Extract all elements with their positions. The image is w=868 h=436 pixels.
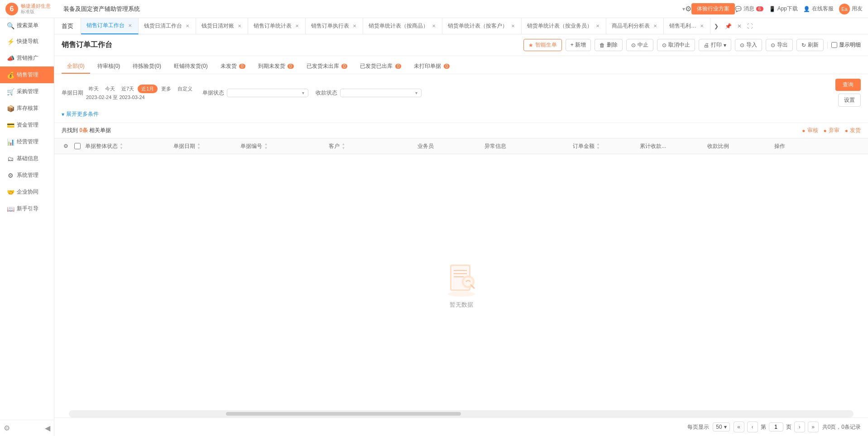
import-button[interactable]: ⊙ 导入 (735, 39, 762, 51)
show-detail-checkbox[interactable] (831, 42, 837, 48)
filter-tab-not-printed[interactable]: 未打印单据 0 (408, 60, 455, 74)
tab-close-margin-analysis[interactable]: ✕ (652, 23, 658, 29)
refresh-button[interactable]: ↻ 刷新 (796, 39, 824, 51)
sidebar-item-operation[interactable]: 📊 经营管理 (0, 133, 54, 150)
sidebar-item-enterprise[interactable]: 🤝 企业协同 (0, 184, 54, 200)
filter-tab-not-shipped[interactable]: 未发货 0 (215, 60, 251, 74)
tab-close-sales-stats[interactable]: ✕ (294, 23, 300, 29)
date-yesterday[interactable]: 昨天 (86, 85, 101, 93)
message-action[interactable]: 💬 消息 6 (735, 5, 763, 13)
tab-cash-daily[interactable]: 钱货日清工作台 ✕ (139, 18, 196, 34)
tab-pin-button[interactable]: 📌 (722, 18, 734, 34)
sort-no[interactable]: ▲ ▼ (264, 142, 268, 150)
filter-tab-all[interactable]: 全部(0) (62, 60, 90, 74)
page-number-input[interactable] (769, 422, 783, 431)
date-1month[interactable]: 近1月 (138, 85, 158, 93)
scroll-thumb[interactable] (226, 412, 461, 416)
print-button[interactable]: 🖨 打印 ▾ (699, 39, 731, 51)
next-page-button[interactable]: › (794, 422, 805, 432)
sort-date[interactable]: ▲ ▼ (197, 142, 201, 150)
tab-delivery-stats-customer[interactable]: 销货单统计表（按客户） ✕ (442, 18, 522, 34)
show-detail-label[interactable]: 显示明细 (831, 41, 861, 49)
filter-tab-pending-review[interactable]: 待审核(0) (92, 60, 126, 74)
column-salesperson[interactable]: 业务员 (416, 142, 483, 150)
sort-customer[interactable]: ▲ ▼ (341, 142, 345, 150)
tab-close-cash-daily[interactable]: ✕ (185, 23, 190, 29)
tab-close-delivery-stats-salesperson[interactable]: ✕ (595, 23, 600, 29)
sort-status[interactable]: ▲ ▼ (120, 142, 123, 150)
tab-close-all-button[interactable]: ✕ (734, 18, 744, 34)
tab-sales-stats[interactable]: 销售订单统计表 ✕ (248, 18, 306, 34)
sidebar-collapse-button[interactable]: ◀ (45, 424, 50, 432)
tab-delivery-stats-product[interactable]: 销货单统计表（按商品） ✕ (363, 18, 442, 34)
sidebar-item-finance[interactable]: 💳 资金管理 (0, 117, 54, 133)
sort-amount[interactable]: ▲ ▼ (596, 142, 600, 150)
prev-page-button[interactable]: ‹ (747, 422, 758, 432)
tab-more-button[interactable]: ❯ (710, 18, 722, 34)
export-button[interactable]: ⊙ 导出 (766, 39, 793, 51)
filter-tab-shipped-not-out[interactable]: 已发货未出库 0 (301, 60, 353, 74)
last-page-button[interactable]: » (808, 422, 819, 432)
sidebar-item-inventory[interactable]: 📦 库存核算 (0, 100, 54, 117)
tab-close-delivery-stats-customer[interactable]: ✕ (510, 23, 516, 29)
select-all-checkbox[interactable] (74, 143, 81, 149)
stop-button[interactable]: ⊙ 中止 (626, 39, 653, 51)
tab-close-sales-order-workbench[interactable]: ✕ (127, 22, 133, 29)
tab-close-sales-exec[interactable]: ✕ (352, 23, 357, 29)
smart-order-button[interactable]: ★ 智能生单 (523, 39, 562, 51)
user-action[interactable]: Ea 用友 (839, 4, 863, 14)
expand-conditions-button[interactable]: ▾ 展开更多条件 (62, 110, 861, 118)
tab-close-sales-margin[interactable]: ✕ (699, 23, 705, 29)
filter-tab-shipped-out[interactable]: 已发货已出库 0 (355, 60, 407, 74)
new-button[interactable]: + 新增 (566, 39, 591, 51)
sidebar-item-purchase[interactable]: 🛒 采购管理 (0, 83, 54, 100)
review-action[interactable]: ● 审核 (802, 127, 818, 134)
date-more[interactable]: 更多 (158, 85, 174, 93)
abandon-review-action[interactable]: ● 弃审 (824, 127, 839, 134)
column-amount[interactable]: 订单金额 ▲ ▼ (571, 142, 638, 150)
horizontal-scrollbar[interactable] (69, 410, 854, 417)
column-customer[interactable]: 客户 ▲ ▼ (327, 142, 415, 150)
sidebar-item-marketing[interactable]: 📣 营销推广 (0, 50, 54, 66)
column-ratio[interactable]: 收款比例 (705, 142, 772, 150)
ship-action[interactable]: ● 发货 (845, 127, 861, 134)
sidebar-item-basic[interactable]: 🗂 基础信息 (0, 150, 54, 167)
payment-select[interactable]: ▾ (340, 89, 422, 97)
column-no[interactable]: 单据编号 ▲ ▼ (239, 142, 327, 150)
sidebar-item-guide[interactable]: 📖 新手引导 (0, 200, 54, 217)
tab-sales-exec[interactable]: 销售订单执行表 ✕ (306, 18, 363, 34)
set-button[interactable]: 设置 (838, 94, 861, 107)
date-7days[interactable]: 近7天 (119, 85, 137, 93)
sidebar-item-system[interactable]: ⚙ 系统管理 (0, 167, 54, 184)
date-today[interactable]: 今天 (102, 85, 118, 93)
tab-sales-order-workbench[interactable]: 销售订单工作台 ✕ (81, 18, 139, 34)
first-page-button[interactable]: « (734, 422, 744, 432)
column-status[interactable]: 单据整体状态 ▲ ▼ (83, 142, 172, 150)
sidebar-item-search[interactable]: 🔍 搜索菜单 (0, 18, 54, 33)
query-button[interactable]: 查询 (835, 79, 861, 91)
cancel-stop-button[interactable]: ⊙ 取消中止 (657, 39, 695, 51)
online-service-action[interactable]: 👤 在线客服 (803, 5, 834, 13)
page-size-select[interactable]: 50 ▾ (713, 422, 729, 431)
filter-tab-pending-inspection[interactable]: 待拣验货(0) (127, 60, 167, 74)
industry-button[interactable]: 体验行业方案 (691, 3, 735, 14)
column-checkbox[interactable] (72, 143, 83, 149)
column-settings[interactable]: ⚙ (62, 143, 72, 149)
column-collected[interactable]: 累计收款... (638, 142, 705, 150)
tab-delivery-stats-salesperson[interactable]: 销货单统计表（按业务员） ✕ (522, 18, 606, 34)
column-error[interactable]: 异常信息 (483, 142, 571, 150)
delete-button[interactable]: 🗑 删除 (595, 39, 623, 51)
settings-button[interactable]: ⚙ (685, 5, 691, 13)
column-date[interactable]: 单据日期 ▲ ▼ (172, 142, 239, 150)
filter-tab-wangpu-pending[interactable]: 旺铺待发货(0) (168, 60, 213, 74)
tab-close-cash-reconcile[interactable]: ✕ (237, 23, 242, 29)
sidebar-item-sales[interactable]: 💰 销售管理 (0, 66, 54, 83)
tab-cash-reconcile[interactable]: 钱货日清对账 ✕ (196, 18, 248, 34)
sidebar-item-quick[interactable]: ⚡ 快捷导航 (0, 33, 54, 50)
tab-close-delivery-stats-product[interactable]: ✕ (431, 23, 436, 29)
tab-fullscreen-button[interactable]: ⛶ (744, 18, 755, 34)
sidebar-settings-button[interactable]: ⚙ (4, 424, 10, 432)
tab-sales-margin[interactable]: 销售毛利… ✕ (664, 18, 710, 34)
date-custom[interactable]: 自定义 (175, 85, 195, 93)
filter-tab-overdue-not-shipped[interactable]: 到期未发货 0 (253, 60, 299, 74)
